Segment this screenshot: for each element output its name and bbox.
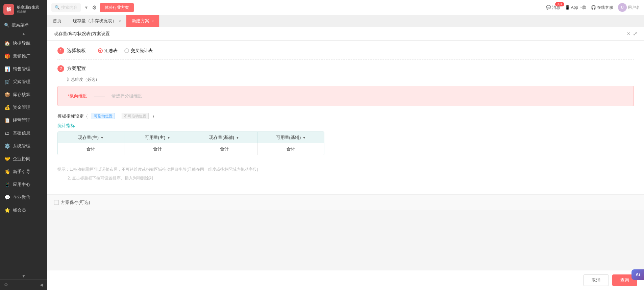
indicator-col-0-chevron[interactable]: ▼ bbox=[100, 136, 104, 140]
sidebar-item-label: 销售管理 bbox=[13, 66, 30, 72]
app-download-button[interactable]: 📱 App下载 bbox=[565, 5, 586, 10]
sidebar-item-marketing[interactable]: 🎁 营销推广 bbox=[0, 50, 47, 63]
sidebar-item-label: 系统管理 bbox=[13, 143, 30, 149]
service-button[interactable]: 🎧 在线客服 bbox=[591, 5, 613, 10]
tab-inventory-status[interactable]: 现存量（库存状况表） × bbox=[67, 15, 126, 27]
message-icon: 💬 bbox=[546, 5, 551, 10]
ai-float-button[interactable]: Ai bbox=[631, 269, 644, 280]
topbar-right: 💬 消息 99+ 📱 App下载 🎧 在线客服 U 用户名 bbox=[546, 3, 640, 12]
panel-header: 现存量(库存状况表)方案设置 × ⤢ bbox=[47, 27, 644, 41]
sidebar-item-basic[interactable]: 🗂 基础信息 bbox=[0, 127, 47, 140]
indicator-col-1[interactable]: 可用量(主) ▼ bbox=[124, 132, 191, 143]
topbar-dropdown-icon[interactable]: ▼ bbox=[84, 5, 89, 10]
cancel-button[interactable]: 取消 bbox=[583, 274, 609, 286]
wave-icon: 👋 bbox=[4, 169, 10, 175]
sidebar-item-label: 营销推广 bbox=[13, 53, 30, 59]
sidebar-item-label: 经营管理 bbox=[13, 117, 30, 123]
sidebar-item-purchase[interactable]: 🛒 采购管理 bbox=[0, 75, 47, 88]
tag-unmovable: 不可拖动位置 bbox=[122, 113, 149, 119]
indicator-col-2[interactable]: 现存量(基辅) ▼ bbox=[191, 132, 258, 143]
radio-cross[interactable]: 交叉统计表 bbox=[124, 48, 153, 54]
topbar-search-icon: 🔍 bbox=[55, 5, 60, 10]
sidebar-item-shortcut[interactable]: 🏠 快捷导航 bbox=[0, 37, 47, 50]
tip1: 1.拖动标题栏可以调整布局，不可跨维度或指标区域拖动栏目字段(只能在同一维度或指… bbox=[70, 167, 258, 172]
tab-inventory-close-icon[interactable]: × bbox=[119, 19, 121, 23]
template-radio-group: 汇总表 交叉统计表 bbox=[98, 48, 153, 54]
sidebar-scroll-down[interactable]: ▼ bbox=[0, 273, 47, 279]
indicator-settings-label: 模板指标设定（ bbox=[57, 113, 88, 119]
sidebar-item-wechat[interactable]: 💬 企业微信 bbox=[0, 191, 47, 204]
sidebar-item-label: 库存核算 bbox=[13, 92, 30, 98]
save-label: 方案保存(可选) bbox=[61, 199, 90, 206]
panel-expand-button[interactable]: ⤢ bbox=[633, 30, 637, 37]
sidebar: 畅 畅康通好生意 标准版 🔍 搜索菜单 ▲ 🏠 快捷导航 🎁 营销推广 📊 销售… bbox=[0, 0, 47, 290]
dimension-label: *纵向维度 bbox=[68, 93, 87, 99]
sidebar-item-corp[interactable]: 🤝 企业协同 bbox=[0, 152, 47, 165]
sidebar-item-label: 畅会员 bbox=[13, 207, 26, 213]
sidebar-item-member[interactable]: ⭐ 畅会员 bbox=[0, 204, 47, 217]
indicator-col-3-chevron[interactable]: ▼ bbox=[302, 136, 306, 140]
clipboard-icon: 📋 bbox=[4, 117, 10, 123]
sidebar-item-operation[interactable]: 📋 经营管理 bbox=[0, 114, 47, 127]
topbar-gear-icon[interactable]: ⚙ bbox=[92, 4, 97, 11]
dimension-dash: —— bbox=[94, 93, 105, 99]
indicator-col-1-chevron[interactable]: ▼ bbox=[167, 136, 170, 140]
gift-icon: 🎁 bbox=[4, 53, 10, 59]
content-area: 现存量(库存状况表)方案设置 × ⤢ 1 选择模板 汇总表 交叉统计表 bbox=[47, 27, 644, 270]
sidebar-item-system[interactable]: ⚙️ 系统管理 bbox=[0, 140, 47, 152]
bottom-bar: 取消 查询 bbox=[47, 270, 644, 290]
tab-new-scheme-close-icon[interactable]: × bbox=[151, 19, 153, 23]
panel-title: 现存量(库存状况表)方案设置 bbox=[54, 31, 110, 37]
panel-close-button[interactable]: × bbox=[627, 31, 630, 37]
topbar-search[interactable]: 🔍 搜索内容 bbox=[51, 3, 81, 12]
avatar: U bbox=[618, 3, 627, 12]
trial-button[interactable]: 体验行业方案 bbox=[100, 3, 134, 12]
section1-label: 选择模板 bbox=[67, 48, 86, 54]
topbar: 🔍 搜索内容 ▼ ⚙ 体验行业方案 💬 消息 99+ 📱 App下载 🎧 在线客… bbox=[47, 0, 644, 15]
headset-icon: 🎧 bbox=[591, 5, 596, 10]
sidebar-logo: 畅 畅康通好生意 标准版 bbox=[0, 0, 47, 19]
sidebar-item-newuser[interactable]: 👋 新手引导 bbox=[0, 165, 47, 178]
sidebar-item-sales[interactable]: 📊 销售管理 bbox=[0, 63, 47, 75]
section1-num: 1 bbox=[57, 47, 64, 54]
indicator-col-0[interactable]: 现存量(主) ▼ bbox=[58, 132, 124, 143]
search-icon: 🔍 bbox=[4, 23, 9, 28]
topbar-search-text: 搜索内容 bbox=[61, 5, 77, 10]
tab-home[interactable]: 首页 bbox=[47, 15, 67, 27]
radio-cross-label: 交叉统计表 bbox=[131, 48, 153, 54]
sidebar-bottom: ⚙ ◀ bbox=[0, 279, 47, 290]
user-menu-button[interactable]: U 用户名 bbox=[618, 3, 640, 12]
settings-icon[interactable]: ⚙ bbox=[4, 282, 8, 287]
tab-home-label: 首页 bbox=[53, 18, 61, 23]
sidebar-item-label: 资金管理 bbox=[13, 104, 30, 111]
indicator-settings-end: ） bbox=[152, 113, 156, 119]
save-checkbox[interactable] bbox=[54, 200, 59, 205]
indicator-settings: 模板指标设定（ 可拖动位置 不可拖动位置 ） 统计指标 现存量(主) ▼ 可用 bbox=[57, 113, 634, 155]
indicator-col-2-chevron[interactable]: ▼ bbox=[236, 136, 239, 140]
sidebar-scroll-up[interactable]: ▲ bbox=[0, 31, 47, 37]
sidebar-item-inventory[interactable]: 📦 库存核算 bbox=[0, 88, 47, 101]
sidebar-search[interactable]: 🔍 搜索菜单 bbox=[0, 19, 47, 31]
section2-num: 2 bbox=[57, 65, 64, 72]
app-name: 畅康通好生意 bbox=[17, 5, 39, 9]
indicator-table-header: 现存量(主) ▼ 可用量(主) ▼ 现存量(基辅) ▼ 可用量(基辅) bbox=[58, 132, 324, 143]
section-divider-1 bbox=[57, 59, 634, 60]
dimension-placeholder[interactable]: 请选择分组维度 bbox=[112, 93, 142, 99]
tab-new-scheme[interactable]: 新建方案 × bbox=[126, 15, 159, 27]
message-count-badge: 99+ bbox=[555, 2, 564, 6]
sidebar-item-appcenter[interactable]: 📱 应用中心 bbox=[0, 178, 47, 191]
indicator-col-0-label: 现存量(主) bbox=[78, 135, 99, 141]
collapse-icon[interactable]: ◀ bbox=[40, 282, 43, 287]
phone-icon: 📱 bbox=[4, 182, 10, 188]
sidebar-item-finance[interactable]: 💰 资金管理 bbox=[0, 101, 47, 114]
indicator-col-1-label: 可用量(主) bbox=[145, 135, 166, 141]
sidebar-item-label: 采购管理 bbox=[13, 79, 30, 85]
indicator-col-3[interactable]: 可用量(基辅) ▼ bbox=[258, 132, 324, 143]
sidebar-item-label: 企业微信 bbox=[13, 194, 30, 200]
message-button[interactable]: 💬 消息 99+ bbox=[546, 5, 560, 10]
tabbar: 首页 现存量（库存状况表） × 新建方案 × bbox=[47, 15, 644, 27]
radio-summary[interactable]: 汇总表 bbox=[98, 48, 118, 54]
stats-indicator-label: 统计指标 bbox=[57, 123, 634, 129]
dimension-subtitle: 汇总维度（必选） bbox=[67, 77, 634, 82]
indicator-cell-1: 合计 bbox=[124, 143, 191, 155]
